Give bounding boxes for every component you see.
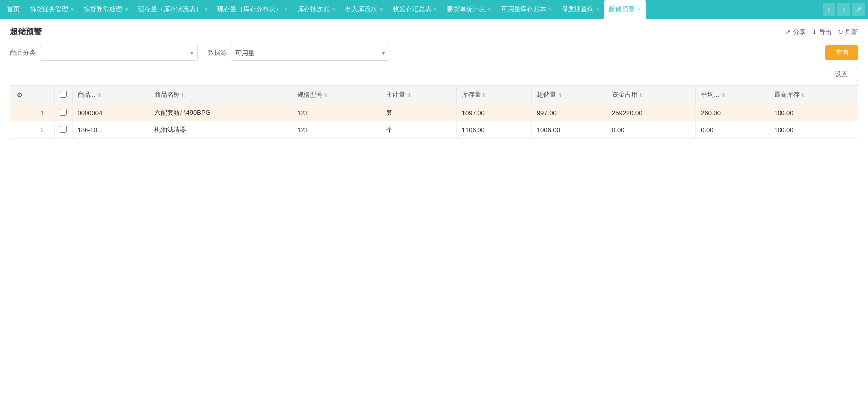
nav-prev-button[interactable]: ‹ [823,3,835,16]
datasource-label: 数据源 [208,48,227,57]
nav-next-button[interactable]: › [837,3,850,16]
avg-cell: 0.00 [696,121,769,139]
row-checkbox-cell [54,121,72,139]
nav-item-task[interactable]: 拣货任务管理 × [25,0,79,19]
category-select-wrapper [40,45,198,61]
product-code-cell: 186-10... [72,121,149,139]
product-name-col-header[interactable]: 商品名称⇅ [149,86,292,104]
category-filter-group: 商品分类 [10,45,198,61]
product-code-cell: 0000004 [72,104,149,121]
close-icon[interactable]: × [434,6,437,12]
category-label: 商品分类 [10,48,36,57]
overstock-table: ⚙ 商品...⇅ 商品名称⇅ 规格型号⇅ [10,85,858,139]
header-actions: ↗ 分享 ⬇ 导出 ↻ 刷新 [785,28,858,37]
avg-cell: 260.00 [696,104,769,121]
export-icon: ⬇ [812,28,817,36]
sort-icon: ⇅ [482,92,486,98]
close-icon[interactable]: × [549,6,552,12]
nav-item-overstock[interactable]: 超储预警 × [604,0,645,19]
main-content: 超储预警 ↗ 分享 ⬇ 导出 ↻ 刷新 商品分类 [0,19,868,395]
share-icon: ↗ [785,28,791,36]
product-code-col-header[interactable]: 商品...⇅ [72,86,149,104]
export-button[interactable]: ⬇ 导出 [812,28,832,37]
sort-icon: ⇅ [801,92,805,98]
checkbox-col-header [54,86,72,104]
gear-icon[interactable]: ⚙ [17,91,23,99]
top-navigation: 首页 拣货任务管理 × 拣货异常处理 × 现存量（库存状况表） × 现存量（库存… [0,0,868,19]
datasource-filter-group: 数据源 可用量 [208,45,389,61]
nav-item-demand[interactable]: 要货单统计表 × [442,0,496,19]
stock-col-header[interactable]: 库存量⇅ [456,86,531,104]
page-header: 超储预警 ↗ 分享 ⬇ 导出 ↻ 刷新 [10,27,858,37]
spec-cell: 123 [292,104,381,121]
spec-col-header[interactable]: 规格型号⇅ [292,86,381,104]
nav-item-flow[interactable]: 出入库流水 × [340,0,388,19]
close-icon[interactable]: × [71,6,74,12]
nav-item-batch[interactable]: 库存批次账 × [293,0,340,19]
datasource-select[interactable]: 可用量 [231,45,389,61]
close-icon[interactable]: × [488,6,491,12]
sort-icon: ⇅ [324,92,328,98]
row-settings-cell [10,121,30,139]
row-index-cell: 1 [30,104,54,121]
stock-cell: 1097.00 [456,104,531,121]
nav-item-exception[interactable]: 拣货异常处理 × [79,0,132,19]
overstock-col-header[interactable]: 超储量⇅ [531,86,607,104]
category-select[interactable] [40,45,198,61]
close-icon[interactable]: × [380,6,383,12]
nav-item-available[interactable]: 可用量库存账本 × [496,0,557,19]
row-index-cell: 2 [30,121,54,139]
spec-cell: 123 [292,121,381,139]
datasource-select-wrapper: 可用量 [231,45,389,61]
table-header-row: ⚙ 商品...⇅ 商品名称⇅ 规格型号⇅ [10,86,858,104]
close-icon[interactable]: × [284,6,287,12]
close-icon[interactable]: × [205,6,208,12]
share-button[interactable]: ↗ 分享 [785,28,806,37]
settings-button[interactable]: 设置 [825,67,858,81]
capital-cell: 0.00 [607,121,696,139]
close-icon[interactable]: × [596,6,599,12]
nav-arrows: ‹ › ⤢ [822,3,866,16]
product-name-cell: 机油滤清器 [149,121,292,139]
product-name-cell: 六配套新昌490BPG [149,104,292,121]
select-all-checkbox[interactable] [60,91,67,98]
row-checkbox[interactable] [60,109,67,116]
unit-cell: 套 [381,104,456,121]
nav-item-home[interactable]: 首页 [2,0,25,19]
query-button[interactable]: 查询 [825,45,858,60]
sort-icon: ⇅ [181,92,185,98]
nav-item-stock-status[interactable]: 现存量（库存状况表） × [133,0,213,19]
table-container: ⚙ 商品...⇅ 商品名称⇅ 规格型号⇅ [10,85,858,139]
table-row: 2 186-10... 机油滤清器 123 个 1106.00 1006.00 … [10,121,858,139]
filter-section: 商品分类 数据源 可用量 查询 设置 [10,45,858,81]
refresh-button[interactable]: ↻ 刷新 [838,28,858,37]
row-checkbox[interactable] [60,126,67,133]
close-icon[interactable]: × [332,6,335,12]
max-stock-cell: 100.00 [769,121,858,139]
overstock-cell: 1006.00 [531,121,607,139]
nav-expand-button[interactable]: ⤢ [852,3,865,16]
overstock-cell: 997.00 [531,104,607,121]
sort-icon: ⇅ [97,92,101,98]
nav-item-summary[interactable]: 收发存汇总表 × [388,0,442,19]
settings-col-header: ⚙ [10,86,30,104]
capital-col-header[interactable]: 资金占用⇅ [607,86,696,104]
nav-item-expiry[interactable]: 保质期查询 × [557,0,604,19]
sort-icon: ⇅ [558,92,562,98]
table-body: 1 0000004 六配套新昌490BPG 123 套 1097.00 997.… [10,104,858,139]
table-row: 1 0000004 六配套新昌490BPG 123 套 1097.00 997.… [10,104,858,121]
avg-col-header[interactable]: 平均...⇅ [696,86,769,104]
row-settings-cell [10,104,30,121]
nav-item-stock-dist[interactable]: 现存量（库存分布表） × [213,0,292,19]
stock-cell: 1106.00 [456,121,531,139]
capital-cell: 259220.00 [607,104,696,121]
row-checkbox-cell [54,104,72,121]
close-icon[interactable]: × [637,6,640,12]
refresh-icon: ↻ [838,28,843,36]
page-title: 超储预警 [10,27,42,37]
sort-icon: ⇅ [639,92,643,98]
unit-col-header[interactable]: 主计量⇅ [381,86,456,104]
close-icon[interactable]: × [125,6,128,12]
index-col-header [30,86,54,104]
max-stock-col-header[interactable]: 最高库存⇅ [769,86,858,104]
